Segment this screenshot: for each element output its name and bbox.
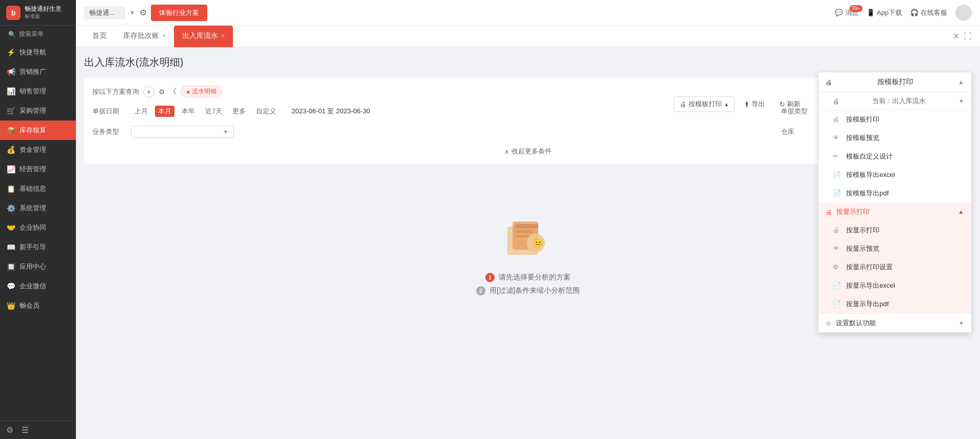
export-label: 导出 — [752, 99, 765, 109]
sidebar-menu-icon[interactable]: ☰ — [22, 425, 29, 435]
guide-icon: 📖 — [6, 243, 15, 252]
user-avatar[interactable] — [955, 5, 972, 21]
sidebar-item-finance[interactable]: 💰 资金管理 — [0, 140, 76, 159]
sidebar-item-system[interactable]: ⚙️ 系统管理 — [0, 198, 76, 218]
shortcut-last-month[interactable]: 上月 — [131, 106, 151, 117]
print-icon: 🖨 — [680, 101, 687, 108]
search-label: 搜索菜单 — [19, 30, 44, 38]
print-dropdown-collapse-icon[interactable]: ▲ — [958, 78, 964, 86]
collapse-button[interactable]: ∧ 收起更多条件 — [504, 147, 552, 156]
tab-flow-close[interactable]: × — [221, 32, 225, 39]
display-preview-item[interactable]: 👁 按显示预览 — [818, 240, 971, 258]
print-template-custom-item[interactable]: ✏ 模板自定义设计 — [818, 147, 971, 166]
filter-settings-icon[interactable]: ⚙ — [159, 88, 165, 96]
trial-button[interactable]: 体验行业方案 — [151, 5, 207, 21]
sidebar-item-member[interactable]: 👑 畅会员 — [0, 296, 76, 315]
app-download-button[interactable]: 📱 App下载 — [867, 8, 902, 17]
warehouse-label: 仓库 — [781, 127, 812, 136]
print-dropdown-panel: 🖨 按模板打印 ▲ 🖨 当前：出入库流水 ▼ 🖨 按模板打印 👁 按模板预览 ✏… — [818, 72, 972, 333]
print-template-excel-item[interactable]: 📄 按模板导出excel — [818, 166, 971, 184]
shortcut-custom[interactable]: 自定义 — [253, 106, 279, 117]
date-filter-label: 单据日期 — [92, 107, 123, 116]
tab-batch-close[interactable]: × — [162, 32, 166, 39]
quick-nav-label: 快捷导航 — [19, 48, 46, 57]
display-print-item[interactable]: 🖨 按显示打印 — [818, 221, 971, 240]
top-action-bar: 🖨 按模板打印 ▲ ⬆ 导出 ↻ 刷新 — [674, 96, 806, 112]
print-label: 按模板打印 — [689, 99, 722, 109]
print-template-pdf-item[interactable]: 📄 按模板导出pdf — [818, 184, 971, 203]
display-export-excel-label: 按显示导出excel — [846, 281, 895, 290]
sidebar-item-inventory[interactable]: 📦 库存核算 — [0, 121, 76, 140]
filter-add-button[interactable]: + — [143, 86, 154, 97]
sidebar-item-marketing[interactable]: 📢 营销推广 — [0, 62, 76, 82]
username-display[interactable]: 畅捷通... — [84, 6, 125, 19]
filter-tag[interactable]: ● 流水明细 — [181, 86, 222, 97]
sidebar-item-sales[interactable]: 📊 销售管理 — [0, 82, 76, 101]
template-pdf-label: 按模板导出pdf — [846, 189, 889, 198]
sidebar-nav: ⚡ 快捷导航 📢 营销推广 📊 销售管理 🛒 采购管理 📦 库存核算 💰 资金管… — [0, 43, 76, 421]
collapse-up-icon: ∧ — [504, 148, 509, 155]
display-print-settings-item[interactable]: ⚙ 按显示打印设置 — [818, 258, 971, 276]
current-arrow-icon: ▼ — [958, 98, 964, 104]
sidebar-item-basic[interactable]: 📋 基础信息 — [0, 179, 76, 198]
print-template-preview-item[interactable]: 👁 按模板预览 — [818, 129, 971, 147]
sidebar-search[interactable]: 🔍 搜索菜单 — [0, 26, 76, 43]
topbar-right: 💬 消息 99+ 📱 App下载 🎧 在线客服 — [835, 5, 972, 21]
shortcut-more[interactable]: 更多 — [229, 106, 249, 117]
biz-type-select[interactable]: ▼ — [131, 126, 234, 138]
sidebar-item-guide[interactable]: 📖 新手引导 — [0, 237, 76, 257]
sidebar-item-enterprise[interactable]: 🤝 企业协同 — [0, 218, 76, 237]
current-icon: 🖨 — [833, 97, 839, 105]
user-dropdown-icon[interactable]: ▼ — [129, 9, 135, 16]
tab-home[interactable]: 首页 — [84, 26, 115, 47]
step2-num: 2 — [476, 286, 485, 295]
app-center-label: 应用中心 — [19, 262, 46, 271]
finance-icon: 💰 — [6, 145, 15, 154]
display-export-excel-item[interactable]: 📄 按显示导出excel — [818, 276, 971, 295]
enterprise-label: 企业协同 — [19, 223, 46, 232]
empty-step-1: 1 请先选择要分析的方案 — [485, 273, 571, 282]
display-export-pdf-item[interactable]: 📄 按显示导出pdf — [818, 295, 971, 313]
sidebar-settings-icon[interactable]: ⚙ — [6, 425, 13, 435]
print-template-button[interactable]: 🖨 按模板打印 ▲ — [674, 96, 735, 112]
filter-collapse-icon[interactable]: 《 — [169, 87, 177, 96]
sidebar-item-purchase[interactable]: 🛒 采购管理 — [0, 101, 76, 121]
refresh-label: 刷新 — [787, 99, 800, 109]
biz-type-label: 业务类型 — [92, 127, 123, 136]
sidebar-item-operations[interactable]: 📈 经营管理 — [0, 159, 76, 179]
app-download-label: App下载 — [877, 8, 902, 17]
sidebar-item-wechat[interactable]: 💬 企业微信 — [0, 276, 76, 296]
shortcut-7days[interactable]: 近7天 — [202, 106, 225, 117]
export-button[interactable]: ⬆ 导出 — [739, 97, 770, 111]
online-service-button[interactable]: 🎧 在线客服 — [910, 8, 947, 17]
empty-illustration: 😐 — [497, 211, 559, 263]
app-logo-icon: b — [6, 6, 21, 20]
display-print-header-icon: 🖨 — [826, 208, 832, 216]
set-default-item[interactable]: ☆ 设置默认功能 ▼ — [818, 313, 971, 332]
window-expand-icon[interactable]: ⛶ — [964, 32, 972, 41]
tab-batch[interactable]: 库存批次账 × — [115, 26, 174, 47]
sidebar-logo: b 畅捷通好生意 标准版 — [0, 0, 76, 26]
print-template-print-item[interactable]: 🖨 按模板打印 — [818, 110, 971, 129]
display-print-section-header[interactable]: 🖨 按显示打印 ▲ — [818, 203, 971, 221]
tab-flow[interactable]: 出入库流水 × — [174, 26, 233, 47]
topbar-settings-icon[interactable]: ⚙ — [140, 8, 147, 17]
marketing-label: 营销推广 — [19, 67, 46, 76]
tab-flow-label: 出入库流水 — [182, 31, 218, 41]
member-icon: 👑 — [6, 301, 15, 310]
refresh-button[interactable]: ↻ 刷新 — [774, 97, 806, 111]
search-icon: 🔍 — [8, 31, 16, 38]
window-controls: ✕ ⛶ — [953, 31, 972, 41]
wechat-label: 企业微信 — [19, 282, 46, 291]
window-close-icon[interactable]: ✕ — [953, 31, 959, 41]
display-section-arrow-icon: ▲ — [958, 208, 964, 215]
empty-step-2: 2 用[过滤]条件来缩小分析范围 — [476, 286, 580, 295]
set-default-label: 设置默认功能 — [836, 318, 876, 328]
shortcut-this-year[interactable]: 本年 — [179, 106, 198, 117]
print-arrow-up-icon: ▲ — [724, 102, 729, 107]
display-section-label: 按显示打印 — [836, 207, 870, 216]
sidebar-item-app-center[interactable]: 🔲 应用中心 — [0, 257, 76, 276]
messages-button[interactable]: 💬 消息 99+ — [835, 8, 858, 17]
shortcut-this-month[interactable]: 本月 — [155, 106, 174, 117]
sidebar-item-quick-nav[interactable]: ⚡ 快捷导航 — [0, 43, 76, 62]
